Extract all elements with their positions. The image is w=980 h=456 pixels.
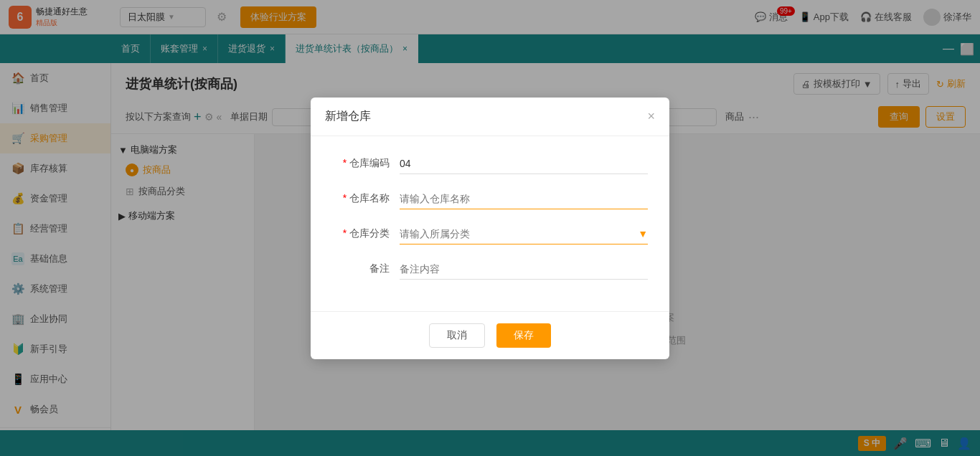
form-row-name: * 仓库名称 bbox=[332, 189, 648, 209]
code-label: * 仓库编码 bbox=[332, 157, 390, 170]
name-label: * 仓库名称 bbox=[332, 192, 390, 205]
modal-title: 新增仓库 bbox=[325, 109, 371, 124]
category-select-area: ▼ bbox=[400, 224, 648, 244]
cancel-button[interactable]: 取消 bbox=[429, 323, 485, 348]
category-input[interactable] bbox=[400, 228, 638, 239]
form-row-category: * 仓库分类 ▼ bbox=[332, 224, 648, 244]
category-dropdown-icon[interactable]: ▼ bbox=[638, 228, 648, 239]
save-button[interactable]: 保存 bbox=[496, 323, 551, 348]
modal-header: 新增仓库 × bbox=[311, 98, 669, 136]
modal-body: * 仓库编码 * 仓库名称 * 仓库分类 bbox=[311, 136, 669, 311]
modal-footer: 取消 保存 bbox=[311, 311, 669, 359]
modal-close-button[interactable]: × bbox=[647, 109, 655, 124]
form-row-code: * 仓库编码 bbox=[332, 153, 648, 174]
warehouse-name-input[interactable] bbox=[400, 189, 648, 209]
note-label: 备注 bbox=[332, 262, 390, 275]
modal-overlay: 新增仓库 × * 仓库编码 * 仓库名称 bbox=[0, 0, 980, 456]
add-warehouse-modal: 新增仓库 × * 仓库编码 * 仓库名称 bbox=[311, 98, 669, 359]
category-label: * 仓库分类 bbox=[332, 227, 390, 240]
note-input[interactable] bbox=[400, 259, 648, 280]
form-row-note: 备注 bbox=[332, 259, 648, 280]
warehouse-code-input[interactable] bbox=[400, 153, 648, 174]
